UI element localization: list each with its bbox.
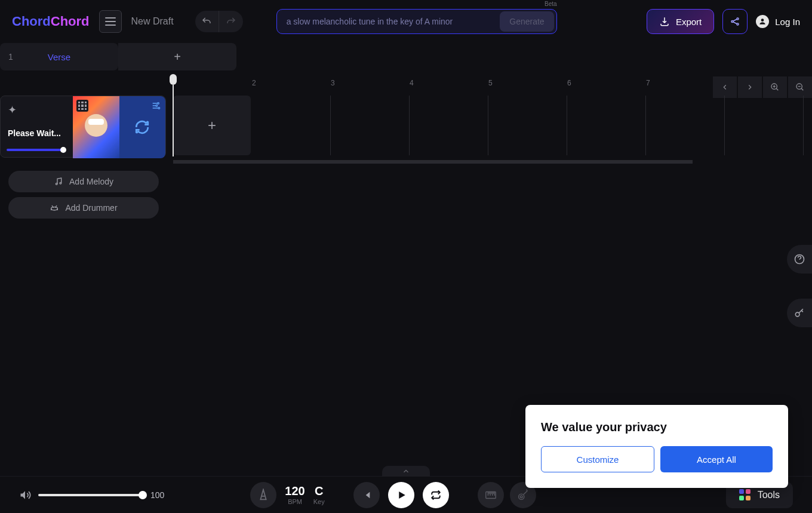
undo-button[interactable] [195, 11, 219, 32]
settings-icon[interactable] [151, 101, 161, 110]
ruler-mark: 6 [567, 79, 571, 87]
track-card[interactable]: Please Wait... [0, 96, 166, 158]
track-regenerate-button[interactable] [119, 96, 165, 158]
loop-button[interactable] [423, 482, 449, 508]
playhead-line [173, 85, 174, 156]
grid-line [488, 96, 567, 155]
piano-button[interactable] [478, 482, 504, 508]
add-melody-label: Add Melody [69, 177, 113, 186]
volume-icon[interactable] [19, 489, 31, 501]
bpm-control[interactable]: 120 BPM [285, 484, 304, 505]
svg-point-16 [520, 495, 522, 497]
svg-point-8 [158, 107, 160, 109]
export-label: Export [676, 17, 702, 27]
chevron-left-icon [721, 83, 729, 91]
metronome-icon [257, 489, 270, 502]
header-right: Export Log In [647, 9, 800, 34]
login-button[interactable]: Log In [756, 15, 800, 28]
skip-back-icon [362, 490, 371, 500]
metronome-button[interactable] [250, 482, 276, 508]
ruler-mark: 3 [331, 79, 335, 87]
cookie-buttons: Customize Accept All [541, 446, 773, 472]
track-sidebar: Please Wait... [0, 96, 167, 158]
svg-point-15 [518, 494, 524, 499]
section-tab-verse[interactable]: 1 Verse [0, 43, 118, 70]
login-label: Log In [775, 17, 800, 27]
avatar-icon [756, 15, 769, 28]
svg-point-3 [761, 19, 764, 21]
menu-button[interactable] [99, 10, 122, 33]
hamburger-line [105, 17, 116, 19]
add-section-button[interactable]: + [118, 43, 236, 70]
add-track-buttons: Add Melody Add Drummer [0, 171, 812, 219]
ruler-mark: 7 [646, 79, 650, 87]
expand-panel-button[interactable] [382, 466, 430, 477]
track-volume-slider[interactable] [7, 149, 64, 151]
svg-point-0 [731, 21, 733, 23]
section-tabs: 1 Verse + [0, 43, 812, 70]
tracks-area: Please Wait... + [0, 96, 812, 158]
cookie-accept-button[interactable]: Accept All [660, 446, 773, 472]
volume-slider[interactable] [38, 494, 143, 496]
add-melody-button[interactable]: Add Melody [8, 171, 159, 192]
key-icon [793, 307, 805, 319]
cookie-customize-button[interactable]: Customize [541, 446, 654, 472]
svg-point-2 [737, 23, 739, 25]
nav-prev-button[interactable] [713, 76, 737, 98]
skip-back-button[interactable] [353, 482, 380, 508]
svg-point-7 [156, 105, 158, 107]
tools-label: Tools [758, 490, 780, 500]
svg-point-13 [795, 312, 799, 317]
zoom-in-button[interactable] [763, 76, 787, 98]
svg-point-9 [56, 183, 57, 185]
track-timeline[interactable]: + [173, 96, 812, 158]
play-icon [396, 490, 407, 500]
logo[interactable]: ChordChord [12, 14, 90, 29]
key-control[interactable]: C Key [313, 484, 325, 505]
logo-part2: Chord [51, 14, 90, 29]
bpm-value: 120 [285, 484, 304, 498]
add-chord-block[interactable]: + [173, 96, 251, 155]
refresh-icon [134, 119, 150, 135]
grid-line [331, 96, 410, 155]
share-icon [730, 16, 740, 27]
tempo-controls: 120 BPM C Key [250, 482, 324, 508]
key-value: C [315, 484, 323, 498]
add-drummer-button[interactable]: Add Drummer [8, 197, 159, 219]
zoom-in-icon [770, 82, 780, 92]
zoom-out-button[interactable] [788, 76, 812, 98]
grid-line [410, 96, 488, 155]
timeline-nav [713, 76, 812, 98]
grid-icon[interactable] [76, 100, 88, 112]
guitar-icon [516, 489, 530, 502]
undo-icon [201, 16, 212, 27]
play-button[interactable] [388, 482, 414, 508]
prompt-input[interactable] [287, 17, 500, 26]
volume-value: 100 [150, 490, 164, 500]
hamburger-line [105, 24, 116, 26]
svg-point-10 [60, 182, 61, 184]
timeline-grid [252, 96, 812, 155]
zoom-out-icon [795, 82, 805, 92]
scroll-indicator[interactable] [173, 160, 693, 164]
loop-icon [430, 490, 441, 500]
grid-line [725, 96, 804, 155]
download-icon [659, 16, 670, 27]
hamburger-line [105, 21, 116, 22]
playback-controls [353, 482, 449, 508]
generate-button[interactable]: Generate [500, 11, 553, 32]
nav-next-button[interactable] [738, 76, 762, 98]
draft-title[interactable]: New Draft [131, 16, 174, 27]
export-button[interactable]: Export [647, 9, 714, 34]
melody-icon [54, 177, 63, 186]
add-drummer-label: Add Drummer [65, 203, 117, 213]
section-name: Verse [48, 52, 70, 62]
redo-icon [226, 16, 236, 27]
share-button[interactable] [722, 9, 748, 34]
key-panel-button[interactable] [787, 299, 812, 327]
help-button[interactable] [787, 245, 812, 274]
track-image[interactable] [73, 96, 119, 158]
redo-button[interactable] [219, 11, 243, 32]
logo-part1: Chord [12, 14, 51, 29]
playhead[interactable] [170, 74, 177, 85]
